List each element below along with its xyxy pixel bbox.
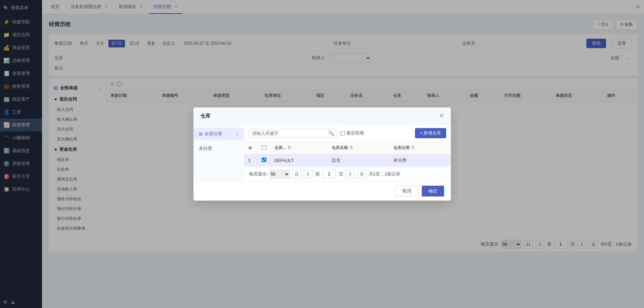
dialog-page-unit: 页 xyxy=(339,171,343,177)
dialog-search-box[interactable]: 🔍 xyxy=(249,129,337,138)
dialog-table-wrap: ⚙ 仓库... ⇅ 仓库名称 xyxy=(244,142,451,167)
dialog-total-label: 共1页，1条记录 xyxy=(369,171,400,177)
dialog-col-name: 仓库名称 ⇅ xyxy=(328,142,389,154)
dialog-select-all-checkbox[interactable] xyxy=(262,145,266,150)
dialog-category-all[interactable]: ⊞ 全部分类 « xyxy=(193,128,244,140)
dialog-search-input[interactable] xyxy=(252,131,327,136)
warehouse-dialog: 仓库 ✕ ⊞ 全部分类 « 未分类 xyxy=(193,107,451,201)
row-checkbox[interactable] xyxy=(258,154,270,167)
dialog-left-panel: ⊞ 全部分类 « 未分类 xyxy=(193,125,244,181)
show-disabled-checkbox[interactable] xyxy=(340,131,345,136)
dialog-first-page-btn[interactable]: ⟨⟨ xyxy=(292,170,301,179)
dialog-col-category: 仓库分类 ⇅ xyxy=(389,142,451,154)
dialog-table-row[interactable]: 1 DEFAULT 总仓 未分类 xyxy=(244,154,451,167)
dialog-page-input[interactable] xyxy=(323,170,336,179)
dialog-per-page-select[interactable]: 50 xyxy=(269,170,290,179)
sort-icon[interactable]: ⇅ xyxy=(411,145,415,150)
sort-icon[interactable]: ⇅ xyxy=(288,145,291,150)
dialog-overlay: 仓库 ✕ ⊞ 全部分类 « 未分类 xyxy=(0,0,644,308)
dialog-cancel-button[interactable]: 取消 xyxy=(395,186,418,197)
dialog-category-unclassified[interactable]: 未分类 xyxy=(193,143,244,154)
dialog-unclassified-label: 未分类 xyxy=(199,145,212,151)
dialog-toolbar: 🔍 显示停用 + 新增仓库 xyxy=(244,125,451,142)
dialog-page-label: 第 xyxy=(315,171,320,177)
dialog-header: 仓库 ✕ xyxy=(193,107,451,125)
row-category: 未分类 xyxy=(389,154,451,167)
dialog-right-panel: 🔍 显示停用 + 新增仓库 ⚙ xyxy=(244,125,451,181)
dialog-confirm-button[interactable]: 确定 xyxy=(422,186,444,197)
add-warehouse-button[interactable]: + 新增仓库 xyxy=(415,128,446,138)
row-name: 总仓 xyxy=(328,154,389,167)
dialog-next-page-btn[interactable]: ⟩ xyxy=(346,170,355,179)
dialog-body: ⊞ 全部分类 « 未分类 🔍 xyxy=(193,125,451,181)
search-icon: 🔍 xyxy=(329,131,334,136)
dialog-title: 仓库 xyxy=(200,113,210,119)
grid-icon-small: ⊞ xyxy=(199,131,203,137)
row-index: 1 xyxy=(244,154,258,167)
row-code: DEFAULT xyxy=(270,154,328,167)
dialog-last-page-btn[interactable]: ⟩⟩ xyxy=(357,170,366,179)
table-gear-icon[interactable]: ⚙ xyxy=(248,146,252,150)
dialog-per-page-label: 每页显示 xyxy=(249,171,267,177)
dialog-actions: 取消 确定 xyxy=(193,181,451,201)
dialog-all-label: 全部分类 xyxy=(205,131,222,137)
dialog-col-code: 仓库... ⇅ xyxy=(270,142,328,154)
sort-icon[interactable]: ⇅ xyxy=(350,145,353,150)
dialog-close-button[interactable]: ✕ xyxy=(439,112,444,120)
dialog-prev-page-btn[interactable]: ⟨ xyxy=(304,170,313,179)
show-disabled-label: 显示停用 xyxy=(340,130,364,136)
collapse-left-icon[interactable]: « xyxy=(236,131,238,137)
dialog-table: ⚙ 仓库... ⇅ 仓库名称 xyxy=(244,142,451,167)
dialog-footer-bar: 每页显示 50 ⟨⟨ ⟨ 第 页 ⟩ ⟩⟩ 共1页，1条记录 xyxy=(244,167,451,181)
